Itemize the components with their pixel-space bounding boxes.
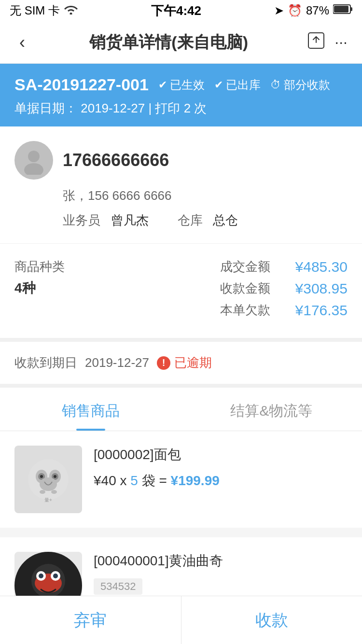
status-left: 无 SIM 卡 xyxy=(10,3,78,18)
product-name-1: [0000002]面包 xyxy=(94,446,348,464)
status-active: ✔ 已生效 xyxy=(158,77,205,93)
warehouse-info: 仓库 总仓 xyxy=(178,212,238,229)
svg-point-14 xyxy=(40,490,45,494)
customer-row: 17666666666 xyxy=(14,141,348,180)
svg-point-11 xyxy=(40,475,43,478)
abandon-review-button[interactable]: 弃审 xyxy=(0,596,181,644)
summary-section: 商品种类 4种 成交金额 ¥485.30 收款金额 ¥308.95 本单欠款 ¥… xyxy=(0,244,362,342)
received-amount-row: 收款金额 ¥308.95 xyxy=(220,280,348,297)
customer-section: 17666666666 张，156 6666 6666 业务员 曾凡杰 仓库 总… xyxy=(0,126,362,244)
status-partial: ⏱ 部分收款 xyxy=(270,77,330,93)
location-icon: ➤ xyxy=(274,4,284,17)
svg-rect-2 xyxy=(334,6,348,13)
svg-point-13 xyxy=(40,477,57,491)
order-id-row: SA-20191227-001 ✔ 已生效 ✔ 已出库 ⏱ 部分收款 xyxy=(14,75,348,94)
tabs-section: 销售商品 结算&物流等 xyxy=(0,388,362,431)
due-label: 收款到期日 xyxy=(14,354,77,371)
back-button[interactable]: ‹ xyxy=(14,28,30,57)
collect-payment-button[interactable]: 收款 xyxy=(181,596,362,644)
page-title: 销货单详情(来自电脑) xyxy=(30,31,307,54)
share-icon[interactable] xyxy=(307,32,325,53)
bottom-bar: 弃审 收款 xyxy=(0,596,362,644)
svg-point-15 xyxy=(51,490,57,494)
due-date: 2019-12-27 xyxy=(85,355,149,370)
alarm-icon: ⏰ xyxy=(288,4,302,17)
nav-bar: ‹ 销货单详情(来自电脑) ··· xyxy=(0,21,362,64)
due-section: 收款到期日 2019-12-27 ! 已逾期 xyxy=(0,342,362,388)
product-price-1: ¥40 x 5 袋 = ¥199.99 xyxy=(94,472,348,490)
nav-right-actions: ··· xyxy=(307,32,348,53)
battery-icon xyxy=(333,4,352,17)
amounts: 成交金额 ¥485.30 收款金额 ¥308.95 本单欠款 ¥176.35 xyxy=(220,258,348,323)
product-info-1: [0000002]面包 ¥40 x 5 袋 = ¥199.99 xyxy=(94,446,348,513)
tabs: 销售商品 结算&物流等 xyxy=(0,388,362,431)
overdue-text: 已逾期 xyxy=(174,354,212,371)
customer-phone: 17666666666 xyxy=(63,150,169,170)
svg-text:量+: 量+ xyxy=(44,497,52,503)
sim-status: 无 SIM 卡 xyxy=(10,3,60,18)
svg-point-22 xyxy=(39,574,43,578)
order-id: SA-20191227-001 xyxy=(14,75,149,94)
deal-amount-row: 成交金额 ¥485.30 xyxy=(220,258,348,275)
customer-meta: 业务员 曾凡杰 仓库 总仓 xyxy=(63,212,348,229)
svg-point-4 xyxy=(28,151,40,162)
salesman-info: 业务员 曾凡杰 xyxy=(63,212,149,229)
owed-amount-row: 本单欠款 ¥176.35 xyxy=(220,302,348,319)
order-date-row: 单据日期： 2019-12-27 | 打印 2 次 xyxy=(14,100,348,117)
avatar xyxy=(14,141,53,180)
svg-point-23 xyxy=(53,574,58,578)
page-content: SA-20191227-001 ✔ 已生效 ✔ 已出库 ⏱ 部分收款 单据日期：… xyxy=(0,64,362,644)
svg-point-5 xyxy=(24,163,43,175)
wifi-icon xyxy=(64,4,78,17)
status-bar: 无 SIM 卡 下午4:42 ➤ ⏰ 87% xyxy=(0,0,362,21)
overdue-badge: ! 已逾期 xyxy=(157,354,212,371)
more-icon[interactable]: ··· xyxy=(334,33,348,51)
status-right: ➤ ⏰ 87% xyxy=(274,4,352,17)
svg-rect-1 xyxy=(350,7,352,11)
tab-settlement[interactable]: 结算&物流等 xyxy=(181,388,362,431)
header-banner: SA-20191227-001 ✔ 已生效 ✔ 已出库 ⏱ 部分收款 单据日期：… xyxy=(0,64,362,126)
product-tag-2: 534532 xyxy=(94,578,142,595)
overdue-icon: ! xyxy=(157,356,170,370)
status-shipped: ✔ 已出库 xyxy=(214,77,261,93)
product-image-1: 量+ xyxy=(14,446,82,513)
list-item: 量+ [0000002]面包 ¥40 x 5 袋 = ¥199.99 xyxy=(0,431,362,528)
battery-level: 87% xyxy=(306,4,329,17)
status-time: 下午4:42 xyxy=(151,2,201,19)
svg-point-12 xyxy=(54,475,56,478)
product-count: 商品种类 4种 xyxy=(14,258,65,297)
customer-name: 张，156 6666 6666 xyxy=(63,187,348,204)
tab-sales-products[interactable]: 销售商品 xyxy=(0,388,181,431)
product-name-2: [000400001]黄油曲奇 xyxy=(94,552,348,570)
